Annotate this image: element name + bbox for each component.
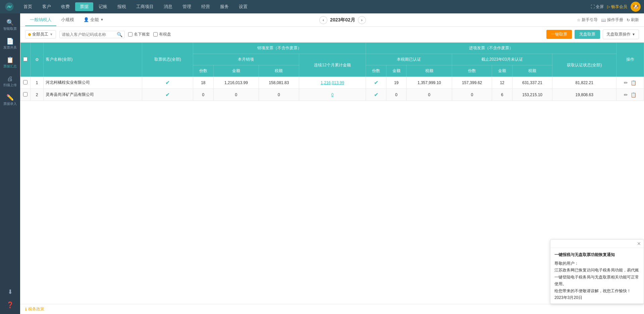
th-current-period: 本税期已认证 — [366, 54, 452, 65]
row-action-cell: ✏ 📋 — [616, 89, 644, 101]
cumulative-link[interactable]: 0 — [331, 92, 334, 97]
row-index: 1 — [31, 77, 44, 89]
invoice-table: ⚙ 客户名称(全部) 取票状态(全部) 销项发票（不含作废票） 进项发票（不含作… — [20, 42, 644, 101]
info-icon: ℹ — [25, 307, 27, 312]
th-fetch-status: 取票状态(全部) — [142, 43, 193, 77]
search-icon[interactable]: 🔍 — [117, 32, 122, 37]
notification-body: 一键报税与无盘取票功能恢复通知 尊敬的用户：江苏政务网已恢复访问电子税务局功能，… — [550, 248, 644, 304]
nav-home[interactable]: 首页 — [19, 2, 37, 11]
copy-icon[interactable]: 📋 — [631, 92, 636, 98]
settings-icon[interactable]: ⚙ — [35, 57, 39, 62]
tax-disk-checkbox[interactable] — [153, 32, 158, 37]
search-wrap: 🔍 — [59, 31, 125, 38]
select-all-checkbox[interactable] — [23, 57, 28, 61]
search-input[interactable] — [62, 32, 115, 37]
footer-bar: ℹ 税务政策 — [20, 304, 644, 314]
guide-icon: ☆ — [577, 18, 581, 22]
row-fetch-status: ✔ — [142, 77, 193, 89]
row-checkbox-cell — [20, 89, 31, 101]
main-layout: 🔍 智能取票 📄 发票开具 📋 票据汇总 🖨 扫描上传 ✏️ 票据录入 ⬇ ❓ — [0, 13, 644, 314]
smart-fetch-icon: 🔍 — [6, 19, 14, 25]
svg-point-1 — [8, 6, 10, 8]
nav-manage[interactable]: 管理 — [178, 2, 196, 11]
sidebar-item-scan-upload[interactable]: 🖨 扫描上传 — [1, 73, 19, 90]
th-unc-tax: 税额 — [512, 65, 552, 77]
tax-policy-link[interactable]: ℹ 税务政策 — [25, 306, 44, 312]
guide-btn[interactable]: ☆ 新手引导 — [577, 17, 598, 23]
th-unconfirmed: 截止2023年03月未认证 — [452, 54, 552, 65]
checkbox-account-set[interactable]: 名下账套 — [128, 32, 150, 37]
nav-operation[interactable]: 经营 — [197, 2, 215, 11]
purch-status-icon: ✔ — [374, 80, 378, 85]
manual-btn[interactable]: 📖 操作手册 — [601, 17, 623, 23]
fullscreen-icon: ⛶ — [591, 4, 595, 9]
refresh-btn[interactable]: ↻ 刷新 — [627, 17, 639, 23]
sidebar-item-invoice-entry[interactable]: ✏️ 票据录入 — [1, 92, 19, 109]
copy-icon[interactable]: 📋 — [631, 80, 636, 85]
book-icon: 📖 — [601, 18, 606, 22]
row-unc-amount: 631,337.21 — [512, 77, 552, 89]
app-logo — [3, 1, 15, 13]
sidebar-item-help[interactable]: ❓ — [1, 299, 19, 311]
sidebar-item-download[interactable]: ⬇ — [1, 286, 19, 298]
nav-service[interactable]: 服务 — [215, 2, 233, 11]
no-disk-ops-dropdown[interactable]: 无盘取票操作 ▼ — [603, 29, 639, 39]
account-set-checkbox[interactable] — [128, 32, 132, 37]
row-checkbox-cell — [20, 77, 31, 89]
row-sales-amount: 1,216,013.99 — [213, 77, 259, 89]
edit-icon[interactable]: ✏ — [624, 92, 628, 98]
sidebar-item-smart-fetch[interactable]: 🔍 智能取票 — [1, 17, 19, 34]
filter-bar: 全部员工 ▼ 🔍 名下账套 有税盘 一键取票 无盘取票 无盘取票操作 ▼ — [20, 27, 644, 42]
member-btn[interactable]: ▷ 畅享会员 — [607, 4, 627, 10]
th-purchase-group: 进项发票（不含作废票） — [366, 43, 616, 54]
row-unc-amount: 153,215.10 — [512, 89, 552, 101]
notification-text: 尊敬的用户：江苏政务网已恢复访问电子税务局功能，易代账一键登陆电子税务局与无盘取… — [554, 260, 640, 300]
th-purch-tax: 税额 — [407, 65, 452, 77]
nav-fee[interactable]: 收费 — [56, 2, 74, 11]
prev-period-btn[interactable]: ‹ — [319, 16, 327, 24]
one-click-fetch-btn[interactable]: 一键取票 — [546, 30, 572, 39]
th-purch-status: 获取认证状态(全部) — [552, 54, 616, 77]
chevron-down-icon: ▼ — [632, 33, 635, 36]
nav-business[interactable]: 工商项目 — [131, 2, 158, 11]
nav-invoice[interactable]: 票据 — [75, 2, 93, 11]
chevron-down-icon: ▼ — [50, 33, 53, 36]
nav-customer[interactable]: 客户 — [38, 2, 56, 11]
row-sales-count: 0 — [193, 89, 213, 101]
nav-message[interactable]: 消息 — [159, 2, 177, 11]
sidebar-item-invoice-open[interactable]: 📄 发票开具 — [1, 36, 19, 53]
download-icon: ⬇ — [8, 289, 13, 295]
nav-right-actions: ⛶ 全屏 ▷ 畅享会员 🐶 — [591, 2, 641, 12]
person-icon: 👤 — [84, 17, 89, 22]
period-nav: ‹ 2023年02月 › — [108, 16, 577, 24]
nav-bookkeeping[interactable]: 记账 — [94, 2, 112, 11]
row-purch-tax: 157,399.62 — [452, 77, 492, 89]
row-purch-amount: 0 — [407, 89, 452, 101]
row-unc-count: 6 — [492, 89, 512, 101]
user-avatar[interactable]: 🐶 — [631, 2, 641, 12]
checkbox-tax-disk[interactable]: 有税盘 — [153, 32, 171, 37]
period-label: 2023年02月 — [330, 17, 355, 23]
employee-select[interactable]: 全部员工 ▼ — [25, 30, 56, 39]
employee-dot — [28, 33, 31, 36]
row-checkbox[interactable] — [23, 92, 28, 97]
row-purch-count: 0 — [386, 89, 406, 101]
play-icon: ▷ — [607, 4, 610, 9]
tab-general-taxpayer[interactable]: 一般纳税人 — [25, 14, 56, 26]
no-disk-fetch-btn[interactable]: 无盘取票 — [575, 30, 600, 39]
fullscreen-btn[interactable]: ⛶ 全屏 — [591, 4, 604, 10]
invoice-summary-icon: 📋 — [6, 57, 14, 63]
cumulative-link[interactable]: 1,216,013.99 — [321, 80, 344, 85]
next-period-btn[interactable]: › — [358, 16, 366, 24]
nav-tax[interactable]: 报税 — [113, 2, 131, 11]
sidebar-item-invoice-summary[interactable]: 📋 票据汇总 — [1, 54, 19, 71]
nav-settings[interactable]: 设置 — [234, 2, 252, 11]
th-sales-count: 份数 — [193, 65, 213, 77]
tab-all[interactable]: 👤 全能 ▼ — [79, 14, 108, 26]
notification-close-btn[interactable]: ✕ — [637, 241, 641, 246]
row-checkbox[interactable] — [23, 80, 28, 84]
edit-icon[interactable]: ✏ — [624, 80, 628, 85]
tab-small-scale[interactable]: 小规模 — [56, 14, 79, 26]
refresh-icon: ↻ — [627, 18, 630, 22]
tab-right-actions: ☆ 新手引导 📖 操作手册 ↻ 刷新 — [577, 17, 639, 23]
